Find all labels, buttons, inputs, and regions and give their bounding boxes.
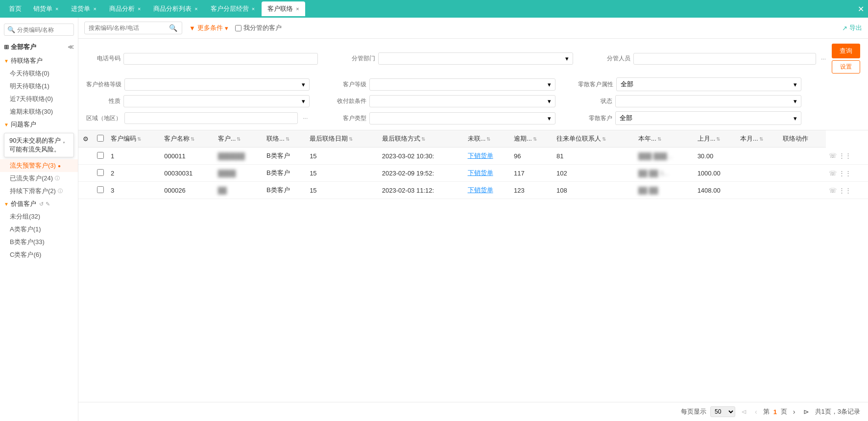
action-more-icon[interactable]: ⋮⋮ bbox=[839, 152, 851, 159]
first-page-btn[interactable]: ⊲ bbox=[739, 407, 749, 417]
person-more-btn[interactable]: ··· bbox=[819, 53, 828, 64]
filter-icon: ▼ bbox=[189, 25, 195, 32]
col-last-method[interactable]: 最后联络方式⇅ bbox=[379, 130, 465, 148]
sidebar-search-input[interactable] bbox=[17, 26, 71, 33]
row-name: ██ bbox=[215, 182, 264, 199]
region-more-btn[interactable]: ··· bbox=[301, 113, 310, 124]
action-contact-icon[interactable]: ☏ bbox=[829, 170, 837, 177]
tab-analysis-close[interactable]: × bbox=[138, 6, 141, 12]
sidebar-group-problem[interactable]: ▼ 问题客户 bbox=[0, 118, 78, 131]
sidebar-item-churned[interactable]: 已流失客户(24) ⓘ bbox=[0, 172, 78, 185]
info-icon2: ⓘ bbox=[58, 188, 63, 195]
filter-price-tier: 客户价格等级 ▾ bbox=[86, 78, 310, 91]
sidebar-item-today[interactable]: 今天待联络(0) bbox=[0, 67, 78, 80]
sidebar-item-churn-warning[interactable]: 流失预警客户(3) ● bbox=[0, 159, 78, 172]
person-input[interactable] bbox=[633, 53, 816, 65]
row-checkbox[interactable] bbox=[93, 165, 108, 182]
checkbox-col-header[interactable] bbox=[93, 130, 108, 148]
row-last-method[interactable]: 下销货单 bbox=[465, 165, 511, 182]
action-more-icon[interactable]: ⋮⋮ bbox=[839, 170, 851, 177]
col-code[interactable]: 客户编码⇅ bbox=[108, 130, 161, 148]
data-table: ⚙ 客户编码⇅ 客户名称⇅ 客户...⇅ bbox=[78, 130, 868, 199]
tab-customer-tier[interactable]: 客户分层经营 × bbox=[205, 1, 261, 16]
phone-input[interactable] bbox=[123, 53, 318, 65]
col-uncontacted[interactable]: 未联...⇅ bbox=[465, 130, 511, 148]
refresh-icon[interactable]: ↺ bbox=[39, 201, 44, 207]
zero-customer-select[interactable]: 全部 ▾ bbox=[615, 111, 801, 125]
last-page-btn[interactable]: ⊳ bbox=[801, 407, 811, 417]
col-year[interactable]: 本年...⇅ bbox=[635, 130, 695, 148]
next-page-btn[interactable]: › bbox=[791, 407, 797, 417]
sidebar-item-declining[interactable]: 持续下滑客户(2) ⓘ bbox=[0, 185, 78, 198]
tab-customer-link-close[interactable]: × bbox=[296, 6, 299, 12]
col-contact[interactable]: 联络...⇅ bbox=[264, 130, 307, 148]
price-tier-select[interactable]: ▾ bbox=[124, 78, 310, 91]
zero-attr-select[interactable]: 全部 ▾ bbox=[616, 77, 801, 91]
search-btn[interactable]: 🔍 bbox=[169, 24, 177, 32]
sidebar-item-a-class[interactable]: A类客户(1) bbox=[0, 223, 78, 236]
row-checkbox[interactable] bbox=[93, 148, 108, 165]
my-customers-wrap[interactable]: 我分管的客户 bbox=[235, 24, 282, 32]
tab-customer-tier-close[interactable]: × bbox=[252, 6, 255, 12]
page-size-select[interactable]: 50 100 200 bbox=[710, 406, 735, 417]
select-all-checkbox[interactable] bbox=[97, 135, 104, 142]
tab-sales[interactable]: 销货单 × bbox=[27, 1, 64, 16]
row-select-checkbox[interactable] bbox=[97, 186, 104, 193]
action-contact-icon[interactable]: ☏ bbox=[829, 152, 837, 159]
all-customers-header[interactable]: ⊞ 全部客户 ≪ bbox=[0, 40, 78, 54]
edit-icon[interactable]: ✎ bbox=[46, 201, 50, 207]
collapse-icon[interactable]: ≪ bbox=[68, 44, 74, 50]
status-select[interactable]: ▾ bbox=[615, 95, 801, 107]
tab-analysis[interactable]: 商品分析 × bbox=[103, 1, 146, 16]
sidebar-group-value[interactable]: ▼ 价值客户 ↺ ✎ bbox=[0, 198, 78, 210]
col-contact-person[interactable]: 往来单位联系人⇅ bbox=[554, 130, 635, 148]
sidebar-item-tomorrow[interactable]: 明天待联络(1) bbox=[0, 80, 78, 93]
more-filter-btn[interactable]: ▼ 更多条件 ▾ bbox=[187, 22, 230, 34]
col-overdue[interactable]: 逾期...⇅ bbox=[511, 130, 554, 148]
row-select-checkbox[interactable] bbox=[97, 169, 104, 176]
action-more-icon[interactable]: ⋮⋮ bbox=[839, 187, 851, 194]
tab-purchase[interactable]: 进货单 × bbox=[65, 1, 102, 16]
export-btn[interactable]: ↗ 导出 bbox=[842, 24, 862, 32]
my-customers-checkbox[interactable] bbox=[235, 25, 241, 31]
sidebar-item-overdue[interactable]: 逾期未联络(30) bbox=[0, 105, 78, 118]
window-close-btn[interactable]: ✕ bbox=[858, 4, 864, 14]
row-checkbox[interactable] bbox=[93, 182, 108, 199]
tab-sales-close[interactable]: × bbox=[55, 6, 58, 12]
col-last-date[interactable]: 最后联络日期⇅ bbox=[307, 130, 379, 148]
row-last-method[interactable]: 下销货单 bbox=[465, 182, 511, 199]
dept-select[interactable]: ▾ bbox=[378, 52, 573, 65]
sidebar-item-7days[interactable]: 近7天待联络(0) bbox=[0, 93, 78, 105]
tab-customer-link[interactable]: 客户联络 × bbox=[262, 1, 305, 16]
col-type[interactable]: 客户...⇅ bbox=[215, 130, 264, 148]
payment-select[interactable]: ▾ bbox=[369, 95, 555, 107]
search-input[interactable] bbox=[89, 25, 167, 31]
col-last-month[interactable]: 上月...⇅ bbox=[695, 130, 737, 148]
sidebar-item-c-class[interactable]: C类客户(6) bbox=[0, 248, 78, 261]
tab-home[interactable]: 首页 bbox=[4, 1, 26, 16]
region-input[interactable] bbox=[124, 112, 298, 124]
search-input-wrap[interactable]: 🔍 bbox=[84, 22, 182, 34]
row-select-checkbox[interactable] bbox=[97, 152, 104, 159]
row-this-month bbox=[780, 165, 826, 182]
sidebar-item-b-class[interactable]: B类客户(33) bbox=[0, 236, 78, 248]
col-name[interactable]: 客户名称⇅ bbox=[161, 130, 215, 148]
col-this-month[interactable]: 本月...⇅ bbox=[737, 130, 780, 148]
sidebar-search-wrap[interactable]: 🔍 bbox=[4, 24, 74, 36]
prev-page-btn[interactable]: ‹ bbox=[753, 407, 759, 417]
settings-col-header[interactable]: ⚙ bbox=[78, 130, 93, 148]
customer-type-select[interactable]: ▾ bbox=[369, 112, 555, 124]
customer-tier-select[interactable]: ▾ bbox=[369, 78, 555, 91]
row-uncontacted: 123 bbox=[511, 182, 554, 199]
query-btn[interactable]: 查询 bbox=[832, 44, 860, 58]
row-no: 3 bbox=[108, 182, 161, 199]
sidebar-group-pending[interactable]: ▼ 待联络客户 bbox=[0, 54, 78, 67]
row-last-method[interactable]: 下销货单 bbox=[465, 148, 511, 165]
tab-analysis-list[interactable]: 商品分析列表 × bbox=[147, 1, 203, 16]
sidebar-item-ungrouped[interactable]: 未分组(32) bbox=[0, 210, 78, 223]
gender-select[interactable]: ▾ bbox=[123, 95, 310, 107]
tab-purchase-close[interactable]: × bbox=[93, 6, 96, 12]
setting-btn[interactable]: 设置 bbox=[832, 60, 860, 74]
tab-analysis-list-close[interactable]: × bbox=[194, 6, 197, 12]
action-contact-icon[interactable]: ☏ bbox=[829, 187, 837, 194]
